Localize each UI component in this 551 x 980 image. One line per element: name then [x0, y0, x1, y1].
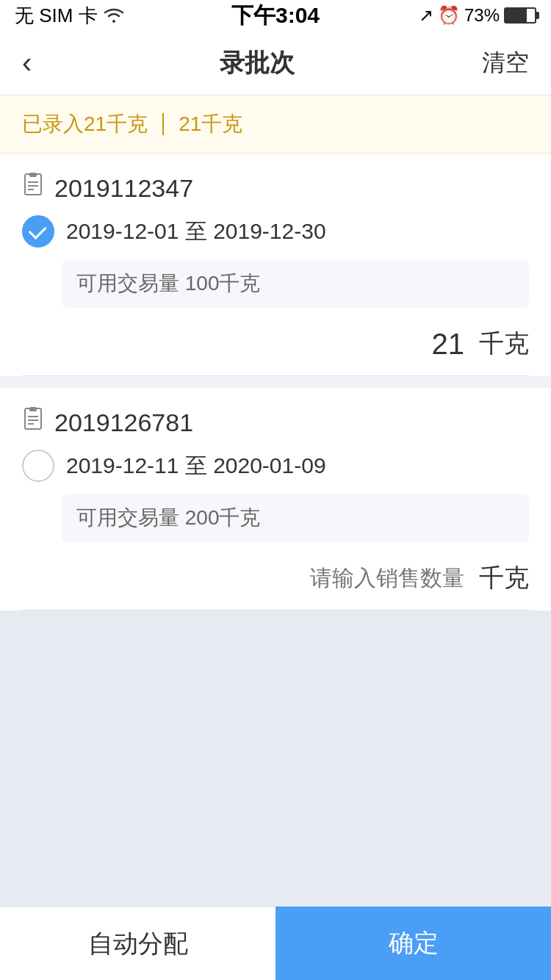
auto-distribute-button[interactable]: 自动分配	[0, 907, 276, 980]
location-icon: ↗	[419, 5, 433, 26]
card-separator-1	[0, 376, 551, 388]
sim-label: 无 SIM 卡	[15, 3, 98, 29]
nav-bar: ‹ 录批次 清空	[0, 31, 551, 96]
batch-2-unit: 千克	[479, 561, 529, 595]
status-bar: 无 SIM 卡 下午3:04 ↗ ⏰ 73%	[0, 0, 551, 31]
batch-1-number: 2019112347	[54, 174, 193, 203]
back-button[interactable]: ‹	[22, 46, 32, 79]
page-title: 录批次	[220, 46, 295, 80]
batch-2-date: 2019-12-11 至 2020-01-09	[66, 451, 326, 481]
batch-1-icon	[22, 173, 47, 203]
batch-2-header: 2019126781	[0, 388, 551, 445]
batch-1-quantity-input[interactable]	[347, 328, 464, 361]
status-time: 下午3:04	[231, 1, 320, 31]
svg-rect-1	[29, 173, 37, 177]
batch-1-header: 2019112347	[0, 154, 551, 211]
status-left: 无 SIM 卡	[15, 3, 124, 29]
batch-1-available: 可用交易量 100千克	[62, 259, 529, 308]
batch-card-2: 2019126781 2019-12-11 至 2020-01-09 可用交易量…	[0, 388, 551, 610]
batch-2-number: 2019126781	[54, 408, 193, 437]
battery-percent: 73%	[464, 5, 500, 26]
alarm-icon: ⏰	[438, 5, 460, 26]
batch-card-1: 2019112347 2019-12-01 至 2019-12-30 可用交易量…	[0, 154, 551, 376]
batch-1-date: 2019-12-01 至 2019-12-30	[66, 217, 326, 247]
battery-icon	[504, 7, 536, 24]
footer: 自动分配 确定	[0, 907, 551, 980]
confirm-button[interactable]: 确定	[276, 907, 551, 980]
info-divider	[162, 113, 164, 135]
batch-2-row[interactable]: 2019-12-11 至 2020-01-09	[0, 445, 551, 489]
svg-rect-5	[25, 408, 41, 429]
svg-rect-6	[29, 407, 37, 411]
clear-button[interactable]: 清空	[482, 47, 529, 79]
status-right: ↗ ⏰ 73%	[419, 5, 536, 26]
batch-2-available: 可用交易量 200千克	[62, 494, 529, 542]
batch-1-unit: 千克	[479, 327, 529, 361]
wifi-icon	[104, 7, 124, 24]
batch-1-radio[interactable]	[22, 215, 54, 248]
recorded-label: 已录入21千克	[22, 110, 148, 138]
empty-area	[0, 610, 551, 919]
batch-2-quantity-row: 千克	[0, 554, 551, 610]
info-banner: 已录入21千克 21千克	[0, 96, 551, 154]
svg-rect-0	[25, 174, 41, 195]
recorded-value: 21千克	[179, 110, 242, 138]
batch-1-quantity-row: 千克	[0, 320, 551, 375]
batch-1-row[interactable]: 2019-12-01 至 2019-12-30	[0, 211, 551, 255]
batch-2-quantity-input[interactable]	[244, 566, 464, 591]
batch-2-icon	[22, 407, 47, 438]
batch-2-radio[interactable]	[22, 450, 54, 482]
